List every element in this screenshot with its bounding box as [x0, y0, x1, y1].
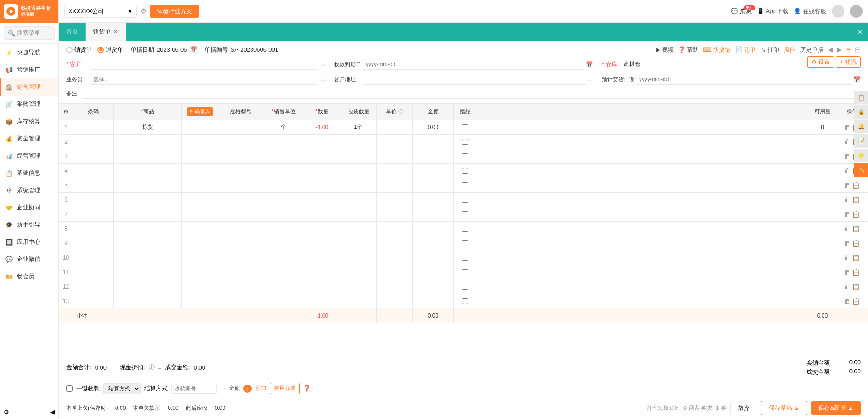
- product-1[interactable]: 拣货: [114, 120, 182, 135]
- due-date-calendar-icon[interactable]: 📅: [586, 61, 593, 68]
- prev-icon[interactable]: ◀: [828, 46, 833, 53]
- tab-home[interactable]: 首页: [59, 23, 86, 41]
- list-view-icon[interactable]: ≡: [846, 46, 850, 54]
- sidebar-item-marketing[interactable]: 📢 营销推广: [0, 61, 58, 78]
- collapse-icon[interactable]: ◀: [50, 409, 55, 415]
- tab-sales-order[interactable]: 销货单 ✕: [86, 23, 126, 41]
- expense-split-button[interactable]: 费用分摊: [270, 383, 300, 394]
- delete-icon-11[interactable]: 🗑: [844, 269, 850, 276]
- close-all-tabs[interactable]: ✕: [852, 23, 868, 41]
- message-area[interactable]: 💬 消息 99+: [731, 7, 752, 15]
- addr-more-icon[interactable]: ···: [588, 76, 593, 83]
- right-float-btn-5[interactable]: ⭐: [854, 149, 868, 162]
- sidebar-item-member[interactable]: 🎫 畅会员: [0, 268, 58, 285]
- amount-1[interactable]: 0.00: [413, 120, 454, 135]
- gift-checkbox-10[interactable]: [462, 255, 468, 261]
- search-menu-button[interactable]: 🔍 搜索菜单: [4, 26, 55, 40]
- user-avatar[interactable]: [832, 5, 844, 18]
- online-service-area[interactable]: 👤 在线客服: [794, 7, 826, 15]
- sidebar-item-basic[interactable]: 📋 基础信息: [0, 164, 58, 182]
- grid-view-icon[interactable]: ⊞: [855, 45, 861, 54]
- info-icon[interactable]: ⓘ: [149, 363, 155, 371]
- select-action[interactable]: 📄 选单: [735, 46, 756, 54]
- sidebar-item-system[interactable]: ⚙ 系统管理: [0, 182, 58, 199]
- copy-icon-11[interactable]: 📋: [852, 269, 860, 276]
- qty-1[interactable]: -1.00: [304, 120, 340, 135]
- th-config[interactable]: ⚙: [59, 104, 73, 120]
- gift-checkbox-7[interactable]: [462, 211, 468, 217]
- gift-checkbox-8[interactable]: [462, 226, 468, 232]
- unit-1[interactable]: 个: [263, 120, 304, 135]
- gift-checkbox-9[interactable]: [462, 240, 468, 246]
- company-selector[interactable]: XXXXXX公司 ▼: [64, 5, 137, 18]
- gift-checkbox-1[interactable]: [462, 124, 468, 130]
- gift-checkbox-2[interactable]: [462, 139, 468, 145]
- delete-icon-13[interactable]: 🗑: [844, 298, 850, 305]
- sidebar-item-capital[interactable]: 💰 资金管理: [0, 130, 58, 147]
- gift-checkbox-13[interactable]: [462, 298, 468, 304]
- due-date-input[interactable]: [363, 59, 584, 70]
- right-float-btn-6[interactable]: ✏️: [854, 163, 868, 177]
- copy-icon-6[interactable]: 📋: [852, 196, 860, 203]
- settlement-select[interactable]: 结算方式: [103, 383, 141, 394]
- trial-button[interactable]: 体验行业方案: [150, 5, 199, 18]
- customer-addr-input[interactable]: [363, 74, 586, 85]
- delete-icon-9[interactable]: 🗑: [844, 240, 850, 247]
- abandon-button[interactable]: 放弃: [730, 401, 757, 415]
- copy-icon-5[interactable]: 📋: [852, 182, 860, 189]
- salesperson-more-icon[interactable]: ···: [320, 76, 325, 83]
- settings-gear-icon[interactable]: ⚙: [141, 7, 147, 15]
- sidebar-item-sales[interactable]: 🏠 销售管理: [0, 78, 58, 96]
- delete-icon-4[interactable]: 🗑: [844, 167, 850, 174]
- expected-date-input[interactable]: [636, 74, 852, 85]
- barcode-1[interactable]: [73, 120, 114, 135]
- spec-1[interactable]: [218, 120, 263, 135]
- gift-checkbox-12[interactable]: [462, 284, 468, 290]
- copy-icon-12[interactable]: 📋: [852, 283, 860, 290]
- account-more-icon[interactable]: ···: [220, 385, 225, 392]
- delete-icon-7[interactable]: 🗑: [844, 211, 850, 218]
- delete-icon-6[interactable]: 🗑: [844, 196, 850, 203]
- delete-icon-3[interactable]: 🗑: [844, 153, 850, 160]
- sidebar-item-purchase[interactable]: 🛒 采购管理: [0, 96, 58, 113]
- delete-icon-12[interactable]: 🗑: [844, 283, 850, 290]
- video-action[interactable]: ▶ 视频: [656, 46, 674, 54]
- app-download-area[interactable]: 📱 App下载: [757, 7, 788, 15]
- gift-checkbox-5[interactable]: [462, 182, 468, 188]
- delete-icon-5[interactable]: 🗑: [844, 182, 850, 189]
- settings-button[interactable]: ⚙ 设置: [807, 56, 834, 68]
- gift-checkbox-3[interactable]: [462, 153, 468, 159]
- customer-more-icon[interactable]: ···: [320, 61, 325, 68]
- price-1[interactable]: [377, 120, 413, 135]
- save-new-button[interactable]: 保存&新增 ▲: [811, 401, 861, 415]
- sidebar-item-management[interactable]: 📊 经营管理: [0, 147, 58, 164]
- right-float-btn-4[interactable]: 📝: [854, 134, 868, 148]
- sidebar-item-wechat[interactable]: 💬 企业微信: [0, 250, 58, 268]
- tab-close-icon[interactable]: ✕: [113, 29, 118, 35]
- gift-checkbox-6[interactable]: [462, 197, 468, 203]
- copy-icon-10[interactable]: 📋: [852, 254, 860, 261]
- add-payment-button[interactable]: +: [243, 385, 252, 393]
- operation-action[interactable]: 操作: [784, 46, 795, 54]
- sidebar-item-inventory[interactable]: 📦 库存核算: [0, 113, 58, 130]
- gift-checkbox-4[interactable]: [462, 168, 468, 174]
- delete-icon-1[interactable]: 🗑: [844, 124, 850, 131]
- right-float-btn-2[interactable]: 🔒: [854, 105, 868, 119]
- account-input[interactable]: [171, 384, 217, 394]
- calendar-icon[interactable]: 📅: [190, 46, 197, 53]
- shortcut-action[interactable]: ⌨ 快捷键: [703, 46, 731, 54]
- help-icon-owe[interactable]: ⓘ: [155, 405, 160, 411]
- sidebar-item-guide[interactable]: 🎓 新手引导: [0, 216, 58, 233]
- help-action[interactable]: ❓ 帮助: [678, 46, 698, 54]
- delete-icon-8[interactable]: 🗑: [844, 225, 850, 232]
- salesperson-input[interactable]: [91, 74, 318, 85]
- radio-sale[interactable]: 销货单: [66, 46, 92, 54]
- scan-button[interactable]: 扫码录入: [187, 107, 213, 116]
- history-action[interactable]: 历史单据: [800, 46, 824, 54]
- sidebar-item-quick-nav[interactable]: ⚡ 快捷导航: [0, 44, 58, 61]
- copy-icon-7[interactable]: 📋: [852, 211, 860, 218]
- customer-input[interactable]: [91, 59, 318, 70]
- delete-icon-2[interactable]: 🗑: [844, 138, 850, 145]
- help-icon-payment[interactable]: ❓: [303, 385, 310, 392]
- user-avatar-2[interactable]: [850, 5, 863, 18]
